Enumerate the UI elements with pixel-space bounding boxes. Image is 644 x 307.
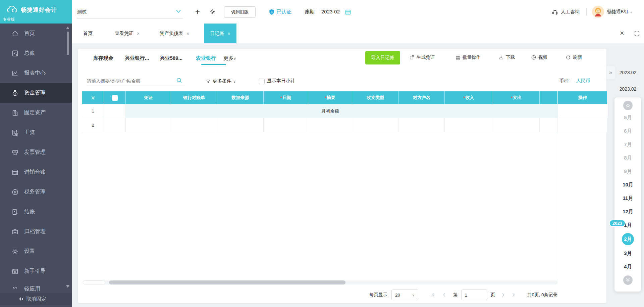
subtab-more[interactable]: 更多∨ [223,55,236,61]
month-april[interactable]: 4月 [614,260,641,273]
tab-close-icon[interactable]: × [186,31,189,36]
month-november[interactable]: 11月 [614,191,641,205]
fullscreen-icon[interactable] [634,30,640,36]
table-row[interactable]: 1 月初余额 [82,104,608,118]
col-date[interactable]: *日期 [264,91,308,104]
certified-badge[interactable]: 已认证 [276,0,291,24]
import-journal-button[interactable]: 导入日记账 [365,51,400,64]
switch-old-version-button[interactable]: 切到旧版 [224,6,256,18]
page-number-input[interactable] [461,290,487,300]
subtab-abc-bank[interactable]: 农业银行 [196,55,216,61]
more-filters-button[interactable]: 更多条件 ∨ [206,78,236,84]
support-link[interactable]: 人工咨询 [561,0,580,24]
row-checkbox-cell[interactable] [104,118,126,132]
cell-counterparty[interactable] [399,118,445,132]
sidebar-item-fixed-assets[interactable]: 固定资产 [0,103,72,123]
sidebar-item-settings[interactable]: 设置 [0,242,72,261]
topbar-gear-icon[interactable] [209,8,216,15]
company-chevron-down-icon[interactable] [175,9,181,14]
col-income-expense-type[interactable]: 收支类型 [352,91,399,104]
sidebar-item-report-center[interactable]: 报表中心 [0,63,72,83]
next-page-button[interactable] [500,292,506,298]
first-page-button[interactable] [430,292,436,298]
month-june[interactable]: 6月 [614,124,641,138]
cell-expense[interactable] [493,118,540,132]
close-all-tabs-icon[interactable]: × [620,30,624,37]
month-march[interactable]: 3月 [614,247,641,260]
cell-summary[interactable] [308,118,352,132]
sidebar-scroll-up-arrow[interactable] [66,26,70,30]
months-scroll-down-button[interactable] [623,275,633,285]
sidebar-scrollbar-thumb[interactable] [67,32,69,55]
sidebar-item-invoice-management[interactable]: 发票管理 [0,142,72,162]
prev-page-button[interactable] [442,292,447,298]
cell-bank-statement[interactable] [171,118,217,132]
col-counterparty[interactable]: 对方户名 [399,91,445,104]
month-september[interactable]: 9月 [614,165,641,178]
sidebar-item-beginner-guide[interactable]: 新手引导 [0,261,72,281]
col-bank-statement[interactable]: 银行对账单 [171,91,217,104]
user-avatar[interactable] [592,5,604,18]
tab-balance-sheet[interactable]: 资产负债表 × [154,24,195,43]
tab-close-icon[interactable]: × [137,31,140,36]
download-button[interactable]: 下载 [498,54,515,60]
subtab-cib-589[interactable]: 兴业589... [160,55,183,61]
period-chip[interactable]: 2023.02 [617,83,639,95]
currency-value[interactable]: 人民币 [576,78,590,84]
batch-operations-button[interactable]: 批量操作 [455,54,481,60]
row-checkbox-cell[interactable] [104,104,126,118]
subtab-cash[interactable]: 库存现金 [93,55,113,61]
sidebar-item-light-app[interactable]: 轻应用 [0,279,72,292]
cell-data-source[interactable] [217,118,264,132]
col-data-source[interactable]: 数据来源 [217,91,264,104]
search-input[interactable] [86,76,176,86]
col-voucher[interactable]: 凭证 [126,91,171,104]
per-page-select[interactable]: 20 ∨ [391,290,418,300]
col-income[interactable]: *收入 [445,91,493,104]
sidebar-item-home[interactable]: 首页 [0,24,72,43]
tab-view-voucher[interactable]: 查看凭证 × [109,24,146,43]
generate-voucher-button[interactable]: 生成凭证 [409,54,435,60]
last-page-button[interactable] [511,292,517,298]
search-icon[interactable] [176,77,183,84]
tab-close-icon[interactable]: × [227,31,230,36]
period-calendar-icon[interactable] [345,9,351,15]
subtab-cib-bank[interactable]: 兴业银行... [125,55,149,61]
sidebar-item-archive-management[interactable]: 归档管理 [0,222,72,242]
month-october[interactable]: 10月 [614,178,641,191]
sidebar-item-closing[interactable]: 结账 [0,202,72,222]
period-chip[interactable]: 2023.02 [617,67,639,79]
video-button[interactable]: 视频 [531,54,547,60]
username[interactable]: 畅捷通B组... [607,0,632,24]
sidebar-unpin-button[interactable]: 取消固定 [0,293,72,305]
sidebar-scroll-down-arrow[interactable] [66,285,70,288]
col-action[interactable]: 操作 [558,91,607,104]
refresh-button[interactable]: 刷新 [566,54,582,60]
tab-home[interactable]: 首页 [77,24,99,43]
show-daily-checkbox[interactable] [259,79,265,84]
sidebar-item-general-ledger[interactable]: 总账 [0,43,72,63]
col-expense[interactable]: 支出* [493,91,540,104]
cell-date[interactable] [264,118,308,132]
add-account-button[interactable]: + [195,7,200,16]
sidebar-item-tax-management[interactable]: 税 税务管理 [0,182,72,202]
horizontal-scrollbar-thumb[interactable] [109,280,345,284]
column-settings-gear-icon[interactable] [82,91,104,104]
cell-income-expense-type[interactable] [352,118,399,132]
month-august[interactable]: 8月 [614,151,641,165]
month-february-selected[interactable]: 2月 [614,232,641,247]
month-july[interactable]: 7月 [614,138,641,151]
months-scroll-up-button[interactable] [623,101,633,110]
table-row[interactable]: 2 [82,118,607,132]
company-selector[interactable]: 测试 [77,0,87,24]
sidebar-item-salary[interactable]: 工资 [0,123,72,142]
collapse-panel-button[interactable]: » [606,66,615,79]
cell-voucher[interactable] [126,118,171,132]
col-summary[interactable]: *摘要 [308,91,352,104]
select-all-checkbox[interactable] [112,95,118,101]
cell-income[interactable] [445,118,493,132]
tab-journal[interactable]: 日记账 × [204,24,236,43]
month-may[interactable]: 5月 [614,111,641,124]
sidebar-item-purchase-sales-ledger[interactable]: 进销台账 [0,162,72,182]
sidebar-item-funds-management[interactable]: 资金管理 [0,83,72,103]
